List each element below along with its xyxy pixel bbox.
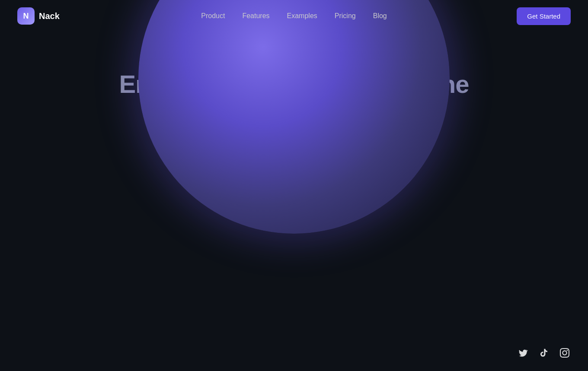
nav-item-blog[interactable]: Blog	[373, 12, 387, 20]
nav-item-pricing[interactable]: Pricing	[335, 12, 356, 20]
nav-link-pricing[interactable]: Pricing	[335, 12, 356, 19]
nav-links: Product Features Examples Pricing Blog	[201, 12, 387, 20]
orb-circle	[138, 0, 450, 234]
logo-icon-letter: N	[23, 12, 29, 21]
instagram-svg	[560, 348, 569, 358]
nav-get-started-button[interactable]: Get Started	[517, 7, 571, 25]
logo-text: Nack	[39, 11, 60, 21]
twitter-icon[interactable]	[517, 347, 529, 359]
nav-link-features[interactable]: Features	[242, 12, 269, 19]
nav-item-product[interactable]: Product	[201, 12, 225, 20]
twitter-svg	[518, 348, 528, 358]
instagram-icon[interactable]	[559, 347, 571, 359]
logo-icon: N	[17, 7, 35, 25]
tiktok-icon[interactable]	[538, 347, 550, 359]
nav-link-examples[interactable]: Examples	[287, 12, 317, 19]
nav-item-examples[interactable]: Examples	[287, 12, 317, 20]
logo-link[interactable]: N Nack	[17, 7, 60, 25]
social-icons	[517, 347, 571, 359]
nav-link-blog[interactable]: Blog	[373, 12, 387, 19]
orb-decoration	[138, 0, 450, 234]
navbar: N Nack Product Features Examples Pricing…	[0, 0, 588, 32]
tiktok-svg	[539, 348, 549, 358]
nav-item-features[interactable]: Features	[242, 12, 269, 20]
nav-link-product[interactable]: Product	[201, 12, 225, 19]
